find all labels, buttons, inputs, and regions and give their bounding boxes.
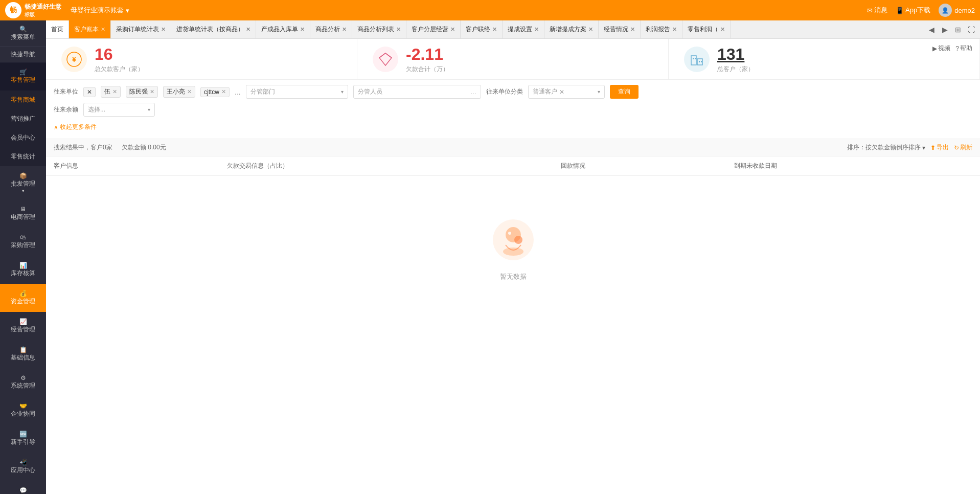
tab-prev-btn[interactable]: ◀ — [926, 24, 937, 35]
collapse-btn[interactable]: ∧ 收起更多条件 — [54, 123, 972, 131]
tab-close-add-tip-plan[interactable]: ✕ — [588, 26, 593, 33]
help-btn[interactable]: ? 帮助 — [955, 44, 972, 53]
sidebar-item-base-info[interactable]: 📋 基础信息 — [0, 340, 46, 368]
avatar: 👤 — [939, 4, 952, 17]
tab-close-customer-contact[interactable]: ✕ — [492, 26, 497, 33]
tab-close-tip-setting[interactable]: ✕ — [534, 26, 539, 33]
remove-unit-type-normal[interactable]: ✕ — [559, 88, 564, 96]
svg-point-10 — [503, 248, 523, 256]
stat-total-credit-customers: ¥ 16 总欠款客户（家） — [46, 39, 357, 79]
tab-close-retail-profit[interactable]: ✕ — [720, 26, 725, 33]
stat-icon-building — [684, 47, 710, 72]
tab-product-analysis-list[interactable]: 商品分析列表 ✕ — [352, 20, 406, 38]
tab-close-product-analysis[interactable]: ✕ — [342, 26, 347, 33]
account-selector[interactable]: 母婴行业演示账套 ▾ — [71, 6, 129, 15]
app-wrapper: 畅 畅捷通好生意 标版 母婴行业演示账套 ▾ ✉ 消息 📱 App下载 👤 — [0, 0, 980, 494]
remove-unit-chen[interactable]: ✕ — [150, 88, 154, 95]
stat-icon-diamond — [373, 47, 398, 72]
sidebar-item-retail-mall[interactable]: 零售商城 — [0, 91, 46, 109]
tab-close-purchase-order[interactable]: ✕ — [161, 26, 166, 33]
stat-value-credit-customers: 16 — [95, 45, 144, 64]
sidebar-item-new-guide[interactable]: 🆕 新手引导 — [0, 424, 46, 453]
tab-stock-stat[interactable]: 进货单统计表（按商品） ✕ — [171, 20, 256, 38]
tab-purchase-order[interactable]: 采购订单统计表 ✕ — [111, 20, 171, 38]
stat-total-credit-amount: -2.11 欠款合计（万） — [357, 39, 669, 79]
tab-close-business-situation[interactable]: ✕ — [630, 26, 635, 33]
remove-unit-cjttcw[interactable]: ✕ — [221, 88, 226, 95]
sidebar-item-enterprise-coop[interactable]: 🤝 企业协同 — [0, 396, 46, 424]
tab-profit-report[interactable]: 利润报告 ✕ — [641, 20, 682, 38]
filter-tag-unit-x: ✕ — [83, 87, 96, 97]
stat-label-total-customers: 总客户（家） — [717, 65, 754, 74]
tab-next-btn[interactable]: ▶ — [939, 24, 950, 35]
person-dropdown[interactable]: 分管人员 … — [353, 85, 481, 99]
svg-rect-6 — [699, 61, 700, 62]
tab-tip-setting[interactable]: 提成设置 ✕ — [503, 20, 544, 38]
sort-dropdown[interactable]: 排序：按欠款金额倒序排序 ▾ — [847, 143, 925, 152]
tab-product-analysis[interactable]: 商品分析 ✕ — [310, 20, 352, 38]
balance-label: 往来余额 — [54, 105, 78, 114]
sidebar-item-inventory[interactable]: 📊 库存核算 — [0, 256, 46, 284]
sidebar-item-app-center[interactable]: 📲 应用中心 — [0, 453, 46, 481]
tab-bar: 首页 客户账本 ✕ 采购订单统计表 ✕ 进货单统计表（按商品） ✕ 产成品入库单… — [46, 20, 980, 39]
balance-dropdown[interactable]: 选择... ▾ — [83, 103, 155, 117]
sidebar: 🔍 搜索菜单 快捷导航 🛒 零售管理 零售商城 营销推广 会员中心 零售统计 — [0, 20, 46, 494]
col-customer-info: 客户信息 — [46, 156, 219, 176]
tab-add-tip-plan[interactable]: 新增提成方案 ✕ — [544, 20, 599, 38]
sidebar-item-retail-mgmt[interactable]: 🛒 零售管理 — [0, 62, 46, 91]
sidebar-item-sys-mgmt[interactable]: ⚙ 系统管理 — [0, 368, 46, 396]
results-info: 搜索结果中，客户0家 欠款金额 0.00元 — [54, 143, 166, 152]
sidebar-search[interactable]: 🔍 搜索菜单 — [0, 20, 46, 47]
filter-tag-unit-wu: 伍 ✕ — [101, 86, 121, 98]
query-button[interactable]: 查询 — [610, 85, 639, 99]
sidebar-item-enterprise-wechat[interactable]: 💬 企业微信 — [0, 481, 46, 494]
sidebar-item-ecommerce[interactable]: 🖥 电商管理 — [0, 199, 46, 228]
sidebar-item-ops[interactable]: 📈 经营管理 — [0, 312, 46, 340]
content-area: 首页 客户账本 ✕ 采购订单统计表 ✕ 进货单统计表（按商品） ✕ 产成品入库单… — [46, 20, 980, 494]
sidebar-item-marketing[interactable]: 营销推广 — [0, 109, 46, 128]
sidebar-item-retail-stats[interactable]: 零售统计 — [0, 147, 46, 166]
tab-close-product-analysis-list[interactable]: ✕ — [396, 26, 401, 33]
refresh-btn[interactable]: ↻ 刷新 — [954, 143, 972, 152]
tab-fullscreen-btn[interactable]: ⛶ — [966, 24, 977, 35]
sidebar-quick-nav[interactable]: 快捷导航 — [0, 47, 46, 62]
page-content: ¥ 16 总欠款客户（家） — [46, 39, 980, 494]
tab-close-cost-stock[interactable]: ✕ — [300, 26, 305, 33]
filter-more-units[interactable]: ... — [235, 88, 241, 96]
tab-close-stock-stat[interactable]: ✕ — [246, 26, 250, 33]
remove-unit-wu[interactable]: ✕ — [112, 88, 117, 95]
unit-type-dropdown[interactable]: 普通客户 ✕ ▾ — [528, 85, 605, 99]
tab-close-profit-report[interactable]: ✕ — [672, 26, 677, 33]
tab-close-customer-tier[interactable]: ✕ — [450, 26, 455, 33]
top-bar: 畅 畅捷通好生意 标版 母婴行业演示账套 ▾ ✉ 消息 📱 App下载 👤 — [0, 0, 980, 20]
tab-customer-account[interactable]: 客户账本 ✕ — [69, 20, 111, 38]
col-debt-info: 欠款交易信息（占比） — [219, 156, 553, 176]
tab-cost-stock[interactable]: 产成品入库单 ✕ — [256, 20, 310, 38]
tab-retail-profit[interactable]: 零售利润（ ✕ — [682, 20, 731, 38]
tab-expand-btn[interactable]: ⊞ — [952, 24, 964, 35]
video-btn[interactable]: ▶ 视频 — [932, 44, 950, 53]
message-btn[interactable]: ✉ 消息 — [867, 6, 887, 15]
tab-customer-contact[interactable]: 客户联络 ✕ — [461, 20, 503, 38]
stat-value-credit-amount: -2.11 — [406, 45, 449, 64]
user-menu[interactable]: 👤 demo2 — [939, 4, 975, 17]
remove-unit-wang[interactable]: ✕ — [187, 88, 192, 95]
export-btn[interactable]: ⬆ 导出 — [930, 143, 949, 152]
svg-point-11 — [514, 236, 522, 244]
col-repayment: 回款情况 — [553, 156, 726, 176]
tab-business-situation[interactable]: 经营情况 ✕ — [599, 20, 641, 38]
app-download-btn[interactable]: 📱 App下载 — [896, 6, 930, 15]
tab-close-customer-account[interactable]: ✕ — [101, 26, 105, 33]
sidebar-item-purchase[interactable]: 🛍 采购管理 — [0, 228, 46, 256]
tab-customer-tier[interactable]: 客户分层经营 ✕ — [406, 20, 461, 38]
sidebar-item-wholesale-mgmt[interactable]: 📦 批发管理 ▾ — [0, 166, 46, 199]
svg-point-12 — [508, 232, 511, 235]
sidebar-item-member-center[interactable]: 会员中心 — [0, 128, 46, 147]
logo-text: 畅捷通好生意 标版 — [25, 3, 61, 18]
video-help-area: ▶ 视频 ? 帮助 — [932, 44, 972, 53]
tab-home[interactable]: 首页 — [46, 20, 69, 38]
top-bar-right: ✉ 消息 📱 App下载 👤 demo2 — [867, 4, 975, 17]
sidebar-item-capital[interactable]: 💰 资金管理 — [0, 284, 46, 312]
results-bar-right: 排序：按欠款金额倒序排序 ▾ ⬆ 导出 ↻ 刷新 — [847, 143, 972, 152]
dept-dropdown[interactable]: 分管部门 ▾ — [246, 85, 348, 99]
